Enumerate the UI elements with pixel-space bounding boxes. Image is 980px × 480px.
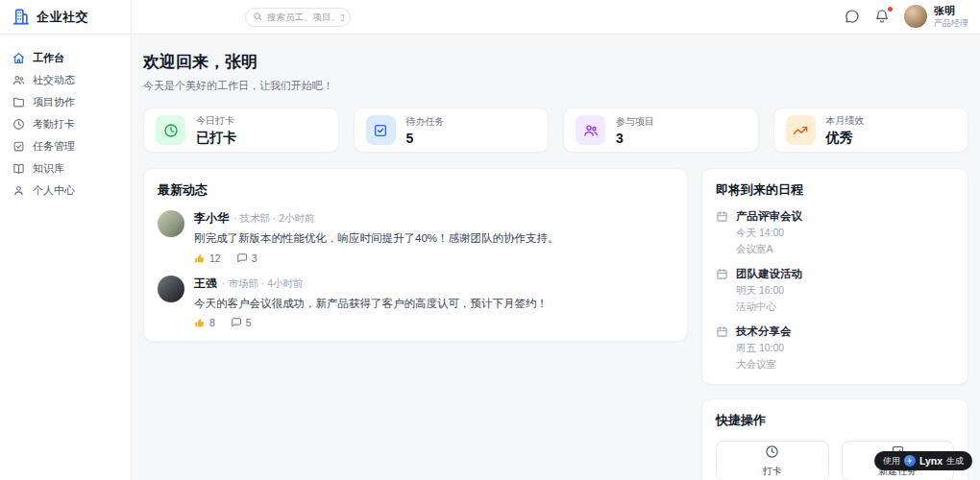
thumbs-up-icon — [194, 317, 206, 328]
quick-action-label: 打卡 — [763, 465, 782, 478]
stat-value: 3 — [616, 131, 654, 146]
event-time: 今天 14:00 — [736, 227, 802, 240]
user-icon — [12, 184, 25, 197]
badge-brand: Lynx — [919, 455, 943, 467]
comment-count: 5 — [246, 317, 252, 328]
user-menu[interactable]: 张明 产品经理 — [904, 5, 968, 29]
like-button[interactable]: 12 — [194, 252, 221, 264]
clock-icon — [156, 115, 185, 145]
users-icon — [12, 74, 25, 86]
feed-post: 王强 · 市场部 · 4小时前 今天的客户会议很成功，新产品获得了客户的高度认可… — [158, 276, 674, 329]
schedule-title: 即将到来的日程 — [716, 181, 954, 199]
event-location: 会议室A — [736, 243, 802, 256]
event-title: 团队建设活动 — [736, 267, 802, 281]
page-subtitle: 今天是个美好的工作日，让我们开始吧！ — [143, 79, 968, 93]
comment-button[interactable]: 5 — [231, 317, 252, 328]
event-time: 明天 16:00 — [736, 284, 802, 298]
sidebar-item-label: 社交动态 — [33, 73, 75, 87]
lynx-logo-icon — [904, 455, 916, 467]
page-title: 欢迎回来，张明 — [143, 51, 968, 73]
sidebar-item-label: 个人中心 — [33, 183, 75, 198]
notifications-button[interactable] — [874, 9, 890, 24]
calendar-icon — [716, 268, 728, 314]
calendar-icon — [716, 210, 728, 256]
notification-dot — [888, 7, 893, 12]
avatar — [158, 276, 184, 302]
checkin-button[interactable]: 打卡 — [716, 441, 829, 480]
comment-button[interactable]: 3 — [236, 252, 257, 264]
like-button[interactable]: 8 — [194, 317, 215, 328]
badge-prefix: 使用 — [883, 455, 900, 468]
schedule-event: 技术分享会 周五 10:00 大会议室 — [716, 324, 954, 372]
trend-up-icon — [786, 115, 816, 145]
bell-icon — [874, 9, 890, 24]
book-icon — [12, 162, 25, 175]
stat-card-todo: 待办任务 5 — [354, 108, 550, 153]
avatar — [158, 210, 184, 237]
post-meta: · 市场部 · 4小时前 — [222, 277, 304, 291]
sidebar-item-label: 项目协作 — [33, 95, 75, 109]
search-box — [245, 7, 351, 27]
comment-count: 3 — [252, 252, 257, 264]
schedule-event: 产品评审会议 今天 14:00 会议室A — [716, 209, 954, 256]
task-icon — [366, 115, 396, 145]
post-author: 王强 — [194, 276, 217, 292]
sidebar-item-label: 任务管理 — [33, 139, 75, 154]
schedule-event: 团队建设活动 明天 16:00 活动中心 — [716, 267, 954, 314]
sidebar-item-social[interactable]: 社交动态 — [0, 69, 131, 91]
sidebar-item-label: 工作台 — [33, 51, 64, 65]
sidebar-item-label: 考勤打卡 — [33, 117, 75, 132]
chat-icon — [845, 9, 860, 24]
sidebar-item-profile[interactable]: 个人中心 — [0, 180, 131, 202]
sidebar: 企业社交 工作台 社交动态 项目协作 考勤打卡 任务管理 知识库 个人中心 — [0, 0, 132, 480]
search-icon — [253, 12, 262, 21]
event-location: 大会议室 — [736, 358, 792, 372]
sidebar-item-attendance[interactable]: 考勤打卡 — [0, 113, 131, 135]
stat-card-projects: 参与项目 3 — [563, 108, 759, 153]
user-name: 张明 — [934, 5, 968, 17]
feed-card: 最新动态 李小华 · 技术部 · 2小时前 刚完成了新版本的性能优化，响应时间提… — [143, 168, 688, 342]
sidebar-item-projects[interactable]: 项目协作 — [0, 91, 131, 113]
stat-card-checkin: 今日打卡 已打卡 — [143, 108, 339, 153]
header-actions: 张明 产品经理 — [845, 5, 980, 29]
app-logo: 企业社交 — [0, 0, 131, 35]
feed-title: 最新动态 — [158, 181, 674, 199]
post-meta: · 技术部 · 2小时前 — [233, 212, 315, 226]
post-author: 李小华 — [194, 210, 229, 227]
clock-icon — [12, 118, 25, 131]
task-icon — [12, 140, 25, 153]
clock-icon — [765, 444, 779, 459]
stat-value: 5 — [406, 131, 445, 146]
sidebar-item-tasks[interactable]: 任务管理 — [0, 135, 131, 157]
main-content: 欢迎回来，张明 今天是个美好的工作日，让我们开始吧！ 今日打卡 已打卡 待办任务… — [132, 35, 980, 480]
home-icon — [12, 52, 25, 64]
top-bar: 张明 产品经理 — [132, 0, 980, 35]
calendar-icon — [716, 325, 728, 372]
post-content: 刚完成了新版本的性能优化，响应时间提升了40%！感谢团队的协作支持。 — [194, 230, 559, 247]
feed-post: 李小华 · 技术部 · 2小时前 刚完成了新版本的性能优化，响应时间提升了40%… — [158, 210, 674, 264]
lynx-badge[interactable]: 使用 Lynx 生成 — [874, 451, 972, 470]
users-icon — [576, 115, 605, 145]
stat-value: 已打卡 — [196, 130, 236, 147]
avatar — [904, 5, 927, 28]
stat-value: 优秀 — [826, 130, 865, 147]
folder-icon — [12, 96, 25, 108]
stat-card-performance: 本月绩效 优秀 — [773, 108, 969, 153]
schedule-card: 即将到来的日程 产品评审会议 今天 14:00 会议室A 团队建设活动 明天 1… — [701, 168, 968, 385]
building-icon — [12, 8, 30, 26]
event-location: 活动中心 — [736, 300, 802, 314]
stat-label: 今日打卡 — [196, 114, 236, 128]
event-title: 技术分享会 — [736, 324, 792, 339]
sidebar-item-label: 知识库 — [33, 161, 64, 176]
post-content: 今天的客户会议很成功，新产品获得了客户的高度认可，预计下月签约！ — [194, 296, 548, 312]
stat-label: 本月绩效 — [826, 114, 865, 128]
badge-suffix: 生成 — [946, 455, 964, 468]
comment-icon — [231, 317, 242, 328]
chat-button[interactable] — [845, 9, 860, 24]
like-count: 8 — [209, 317, 215, 328]
event-time: 周五 10:00 — [736, 342, 792, 355]
stat-label: 参与项目 — [616, 115, 654, 129]
sidebar-item-knowledge[interactable]: 知识库 — [0, 157, 131, 180]
sidebar-nav: 工作台 社交动态 项目协作 考勤打卡 任务管理 知识库 个人中心 — [0, 35, 131, 202]
sidebar-item-workbench[interactable]: 工作台 — [0, 47, 131, 69]
